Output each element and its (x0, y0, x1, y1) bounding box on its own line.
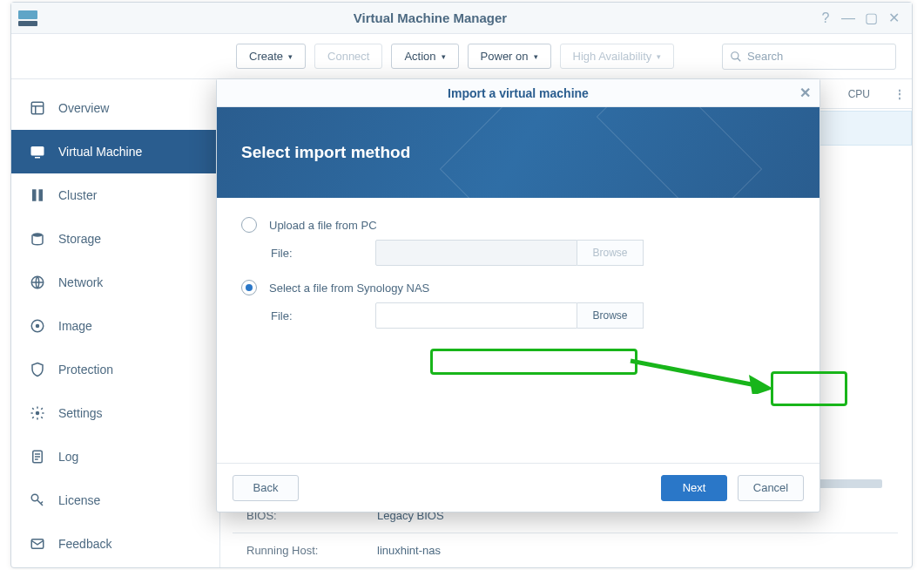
detail-panel: BIOS:Legacy BIOS Running Host:linuxhint-… (233, 504, 898, 562)
svg-point-18 (31, 494, 38, 501)
sidebar-item-protection[interactable]: Protection (11, 348, 219, 391)
poweron-button[interactable]: Power on▾ (468, 44, 551, 69)
next-button[interactable]: Next (661, 475, 727, 501)
file-label: File: (271, 247, 375, 260)
modal-body: Upload a file from PC File: Browse Selec… (217, 198, 819, 463)
radio-icon[interactable] (241, 217, 257, 233)
create-button[interactable]: Create▾ (236, 44, 306, 69)
chevron-down-icon: ▾ (657, 52, 661, 61)
connect-button[interactable]: Connect (314, 44, 382, 69)
detail-host-label: Running Host: (246, 544, 377, 557)
sidebar-item-overview[interactable]: Overview (11, 86, 219, 130)
file-input-pc (375, 240, 577, 266)
sidebar-item-settings[interactable]: Settings (11, 391, 219, 435)
svg-rect-5 (31, 146, 44, 156)
storage-icon (30, 231, 45, 247)
action-button[interactable]: Action▾ (391, 44, 458, 69)
chevron-down-icon: ▾ (442, 52, 446, 61)
app-icon (18, 10, 37, 26)
gear-icon (30, 405, 45, 421)
minimize-icon[interactable]: — (837, 7, 860, 30)
window-title: Virtual Machine Manager (46, 10, 814, 25)
cancel-button[interactable]: Cancel (738, 475, 804, 501)
modal-header-text: Select import method (241, 143, 410, 162)
svg-rect-8 (39, 189, 44, 201)
svg-rect-2 (31, 102, 44, 114)
svg-point-9 (32, 233, 43, 237)
modal-titlebar: Import a virtual machine ✕ (217, 79, 819, 107)
option-upload-pc[interactable]: Upload a file from PC (241, 217, 795, 233)
search-input[interactable]: Search (722, 44, 896, 70)
option-select-nas-label: Select a file from Synology NAS (269, 282, 429, 295)
toolbar: Create▾ Connect Action▾ Power on▾ High A… (11, 34, 912, 79)
image-icon (30, 318, 45, 334)
log-icon (30, 449, 45, 465)
vm-icon (30, 144, 45, 159)
sidebar-item-license[interactable]: License (11, 478, 219, 522)
chevron-down-icon: ▾ (534, 52, 538, 61)
sidebar: Overview Virtual Machine Cluster Storage… (11, 79, 220, 567)
import-modal: Import a virtual machine ✕ Select import… (216, 78, 820, 512)
help-icon[interactable]: ? (814, 7, 837, 30)
sidebar-item-log[interactable]: Log (11, 435, 219, 478)
search-icon (730, 51, 742, 63)
option-select-nas[interactable]: Select a file from Synology NAS (241, 280, 795, 295)
cluster-icon (30, 187, 45, 203)
detail-host-value: linuxhint-nas (377, 544, 441, 557)
mail-icon (30, 536, 45, 552)
svg-line-1 (738, 58, 741, 61)
svg-rect-7 (32, 189, 37, 201)
ha-button[interactable]: High Availability▾ (560, 44, 675, 69)
sidebar-item-feedback[interactable]: Feedback (11, 522, 219, 566)
key-icon (30, 492, 45, 508)
close-icon[interactable]: ✕ (799, 85, 811, 101)
overview-icon (30, 100, 45, 116)
svg-rect-6 (35, 157, 40, 159)
sidebar-item-image[interactable]: Image (11, 304, 219, 348)
svg-point-0 (732, 51, 739, 58)
file-label: File: (271, 309, 375, 322)
protection-icon (30, 362, 45, 377)
modal-footer: Back Next Cancel (217, 463, 819, 512)
sidebar-item-virtual-machine[interactable]: Virtual Machine (11, 130, 219, 173)
file-input-nas[interactable] (375, 302, 577, 329)
titlebar: Virtual Machine Manager ? — ▢ ✕ (11, 3, 912, 34)
modal-title-text: Import a virtual machine (448, 86, 589, 100)
browse-nas-button[interactable]: Browse (577, 302, 644, 329)
maximize-icon[interactable]: ▢ (860, 7, 882, 30)
radio-icon[interactable] (241, 280, 257, 295)
chevron-down-icon: ▾ (288, 52, 293, 61)
col-cpu: CPU (848, 88, 870, 100)
more-icon[interactable]: ⋮ (894, 88, 905, 100)
svg-point-12 (36, 324, 40, 329)
network-icon (30, 275, 45, 290)
option-upload-pc-label: Upload a file from PC (269, 219, 377, 232)
browse-pc-button: Browse (577, 240, 644, 266)
back-button[interactable]: Back (233, 475, 299, 501)
close-icon[interactable]: ✕ (882, 7, 905, 30)
usage-bar (813, 479, 882, 488)
sidebar-item-network[interactable]: Network (11, 261, 219, 304)
modal-header: Select import method (217, 107, 819, 198)
svg-point-13 (36, 411, 40, 416)
sidebar-item-storage[interactable]: Storage (11, 217, 219, 261)
sidebar-item-cluster[interactable]: Cluster (11, 173, 219, 217)
